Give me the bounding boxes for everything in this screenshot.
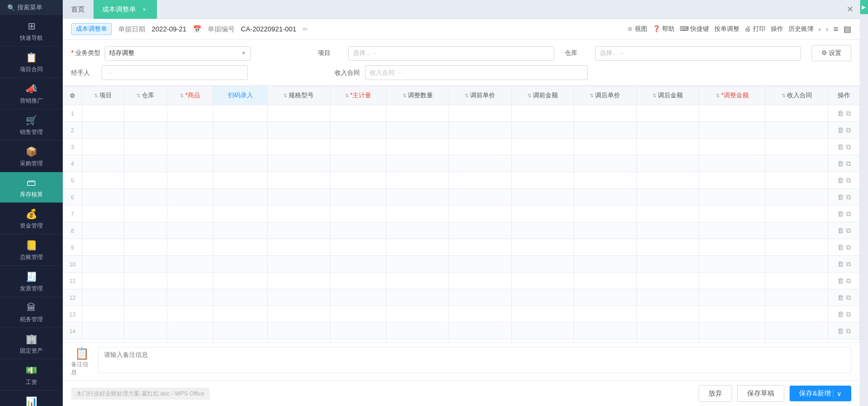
cell-prev-amount-6[interactable] [511, 189, 574, 206]
tab-close-cost-adjust[interactable]: × [140, 5, 149, 14]
copy-icon-1[interactable]: ⧉ [846, 109, 851, 118]
cell-spec-8[interactable] [268, 222, 330, 239]
sidebar-item-marketing[interactable]: 📣营销推广 [0, 78, 63, 109]
cell-adjust-qty-6[interactable] [386, 189, 449, 206]
copy-icon-14[interactable]: ⧉ [846, 327, 851, 335]
cell-adjust-amount-3[interactable] [699, 139, 766, 155]
cell-adjust-amount-9[interactable] [699, 239, 766, 256]
cell-warehouse-12[interactable] [124, 289, 167, 306]
cell-warehouse-14[interactable] [124, 323, 167, 340]
cell-unit-13[interactable] [330, 306, 386, 323]
cell-project-1[interactable] [82, 105, 124, 122]
cell-spec-13[interactable] [268, 306, 330, 323]
sidebar-item-sales[interactable]: 🛒销售管理 [0, 109, 63, 141]
cell-project-9[interactable] [82, 239, 124, 256]
cell-spec-15[interactable] [268, 340, 330, 343]
col-scan[interactable]: 扫码录入 [213, 86, 268, 105]
copy-icon-4[interactable]: ⧉ [846, 160, 851, 168]
cell-prev-price-10[interactable] [449, 256, 512, 273]
cell-spec-5[interactable] [268, 172, 330, 189]
cell-after-amount-4[interactable] [636, 155, 699, 172]
cell-after-amount-9[interactable] [636, 239, 699, 256]
cell-goods-9[interactable] [167, 239, 213, 256]
delete-icon-8[interactable]: 🗑 [837, 227, 844, 234]
cell-scan-13[interactable] [213, 306, 268, 323]
cell-after-amount-12[interactable] [636, 289, 699, 306]
cell-adjust-qty-9[interactable] [386, 239, 449, 256]
income-contract-input[interactable]: 收入合同 ··· [365, 65, 588, 80]
cell-income-contract-12[interactable] [766, 289, 828, 306]
cell-prev-amount-7[interactable] [511, 206, 574, 222]
delete-icon-14[interactable]: 🗑 [837, 327, 844, 335]
cell-prev-price-4[interactable] [449, 155, 512, 172]
copy-icon-12[interactable]: ⧉ [846, 294, 851, 302]
cell-income-contract-7[interactable] [766, 206, 828, 222]
action-view[interactable]: ⊙ 视图 [627, 25, 647, 33]
cell-after-amount-15[interactable] [636, 340, 699, 343]
cell-unit-12[interactable] [330, 289, 386, 306]
delete-icon-5[interactable]: 🗑 [837, 176, 844, 184]
cell-prev-price-8[interactable] [449, 222, 512, 239]
sidebar-item-inventory[interactable]: 🗃库存核算 [0, 172, 63, 203]
copy-icon-6[interactable]: ⧉ [846, 193, 851, 201]
action-history[interactable]: 历史账簿 [789, 25, 814, 33]
cell-spec-11[interactable] [268, 273, 330, 289]
cell-goods-4[interactable] [167, 155, 213, 172]
cell-adjust-qty-5[interactable] [386, 172, 449, 189]
cell-after-price-8[interactable] [574, 222, 637, 239]
cell-after-amount-6[interactable] [636, 189, 699, 206]
copy-icon-2[interactable]: ⧉ [846, 126, 851, 134]
cell-project-8[interactable] [82, 222, 124, 239]
cell-unit-2[interactable] [330, 122, 386, 139]
tab-home[interactable]: 首页 [63, 0, 94, 19]
delete-icon-2[interactable]: 🗑 [837, 126, 844, 134]
cell-adjust-amount-4[interactable] [699, 155, 766, 172]
project-input[interactable]: 选择... ··· [348, 46, 554, 61]
nav-prev[interactable]: ‹ [819, 26, 821, 33]
sidebar-item-purchase[interactable]: 📦采购管理 [0, 141, 63, 172]
cell-unit-9[interactable] [330, 239, 386, 256]
cell-warehouse-1[interactable] [124, 105, 167, 122]
cell-scan-8[interactable] [213, 222, 268, 239]
cell-spec-7[interactable] [268, 206, 330, 222]
action-help[interactable]: ❓ 帮助 [653, 25, 675, 33]
copy-icon-11[interactable]: ⧉ [846, 277, 851, 285]
tab-cost-adjust[interactable]: 成本调整单× [94, 0, 157, 19]
copy-icon-3[interactable]: ⧉ [846, 143, 851, 151]
cell-income-contract-10[interactable] [766, 256, 828, 273]
sidebar-item-ledger[interactable]: 📒总账管理 [0, 234, 63, 266]
cell-after-price-5[interactable] [574, 172, 637, 189]
cell-income-contract-6[interactable] [766, 189, 828, 206]
sidebar-item-tax[interactable]: 🏛税务管理 [0, 297, 63, 328]
cell-project-4[interactable] [82, 155, 124, 172]
cell-prev-price-2[interactable] [449, 122, 512, 139]
cell-after-price-4[interactable] [574, 155, 637, 172]
cell-prev-amount-15[interactable] [511, 340, 574, 343]
cell-warehouse-2[interactable] [124, 122, 167, 139]
cell-spec-9[interactable] [268, 239, 330, 256]
cell-prev-amount-4[interactable] [511, 155, 574, 172]
cell-prev-amount-8[interactable] [511, 222, 574, 239]
cell-adjust-amount-12[interactable] [699, 289, 766, 306]
cell-adjust-amount-14[interactable] [699, 323, 766, 340]
cell-adjust-qty-10[interactable] [386, 256, 449, 273]
cell-goods-11[interactable] [167, 273, 213, 289]
cell-prev-amount-11[interactable] [511, 273, 574, 289]
cell-after-price-6[interactable] [574, 189, 637, 206]
cell-unit-14[interactable] [330, 323, 386, 340]
sidebar-item-invoice[interactable]: 🧾发票管理 [0, 266, 63, 297]
cell-adjust-qty-3[interactable] [386, 139, 449, 155]
cell-scan-4[interactable] [213, 155, 268, 172]
cell-prev-price-1[interactable] [449, 105, 512, 122]
cell-scan-10[interactable] [213, 256, 268, 273]
cell-after-amount-13[interactable] [636, 306, 699, 323]
cell-adjust-amount-15[interactable] [699, 340, 766, 343]
cell-warehouse-15[interactable] [124, 340, 167, 343]
cell-project-3[interactable] [82, 139, 124, 155]
cell-spec-12[interactable] [268, 289, 330, 306]
cell-after-price-11[interactable] [574, 273, 637, 289]
cell-spec-10[interactable] [268, 256, 330, 273]
cell-after-amount-7[interactable] [636, 206, 699, 222]
cell-prev-amount-2[interactable] [511, 122, 574, 139]
sidebar-item-quick-nav[interactable]: ⊞快速导航 [0, 15, 63, 47]
